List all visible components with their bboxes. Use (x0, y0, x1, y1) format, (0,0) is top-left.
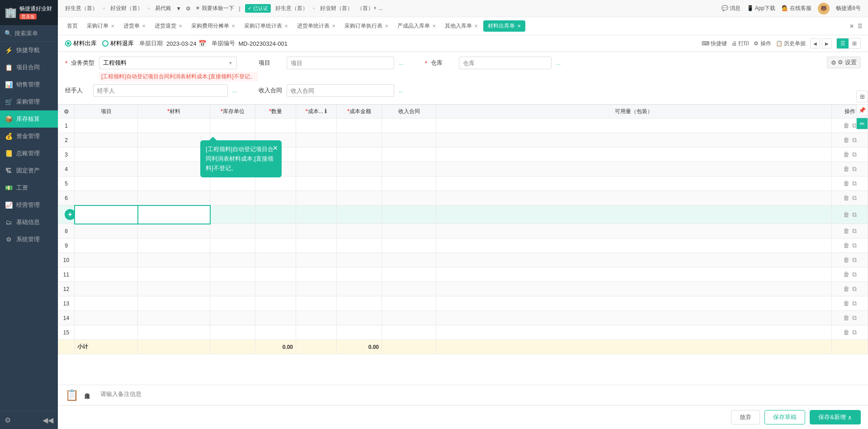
copy-row-btn[interactable]: ⧉ (852, 165, 857, 172)
cell-project[interactable] (75, 238, 138, 253)
delete-row-btn[interactable]: 🗑 (843, 122, 849, 129)
cell-material[interactable] (138, 119, 210, 133)
tab-purchase-bill[interactable]: 进货单 ✕ (120, 20, 149, 32)
cell-available-active[interactable] (436, 205, 832, 224)
cell-project-active[interactable] (75, 205, 138, 224)
copy-row-btn[interactable]: ⧉ (852, 314, 857, 321)
more-tabs-btn[interactable]: ☰ (858, 23, 863, 29)
topnav-dropdown-arrow[interactable]: ▼ (176, 5, 181, 12)
topnav-more[interactable]: （首）+ ... (357, 5, 382, 12)
right-tool-grid[interactable]: ⊞ (856, 91, 868, 102)
handler-input[interactable] (93, 84, 228, 97)
cell-qty[interactable] (255, 238, 296, 253)
tab-close-purchase-return[interactable]: ✕ (179, 24, 182, 29)
cell-available[interactable] (436, 224, 832, 238)
cell-cost[interactable] (296, 267, 337, 282)
copy-row-btn[interactable]: ⧉ (852, 227, 857, 234)
sidebar-item-search[interactable]: 🔍 搜索菜单 (0, 26, 58, 42)
sidebar-item-ledger[interactable]: 📒 总账管理 (0, 145, 58, 162)
shortcut-btn[interactable]: ⌨ 快捷键 (702, 40, 727, 48)
sidebar-item-inventory[interactable]: 📦 库存核算 (0, 110, 58, 128)
cell-qty[interactable] (255, 325, 296, 340)
copy-row-btn[interactable]: ⧉ (852, 285, 857, 292)
view-grid-btn[interactable]: ⊞ (849, 38, 860, 48)
cell-cost[interactable] (296, 296, 337, 311)
delete-row-btn[interactable]: 🗑 (843, 180, 849, 187)
active-project-input[interactable] (78, 211, 135, 218)
cell-material[interactable] (138, 148, 210, 162)
cell-available[interactable] (436, 162, 832, 176)
cell-material[interactable] (138, 191, 210, 205)
cell-qty[interactable] (255, 224, 296, 238)
cell-material[interactable] (138, 162, 210, 176)
topnav-haoshenyi1[interactable]: 好生意（首） (65, 5, 98, 12)
cell-cost[interactable] (296, 191, 337, 205)
delete-row-btn[interactable]: 🗑 (843, 165, 849, 172)
cell-cost[interactable] (296, 119, 337, 133)
cell-cost-active[interactable] (296, 205, 337, 224)
cell-project[interactable] (75, 311, 138, 325)
cell-cost-amount[interactable] (337, 282, 382, 296)
delete-row-btn[interactable]: 🗑 (843, 271, 849, 278)
delete-row-btn[interactable]: 🗑 (843, 136, 849, 143)
income-contract-input[interactable] (287, 84, 394, 97)
cell-unit[interactable] (210, 325, 255, 340)
delete-row-btn[interactable]: 🗑 (843, 285, 849, 292)
cell-qty[interactable] (255, 267, 296, 282)
cell-qty[interactable] (255, 296, 296, 311)
cell-available[interactable] (436, 133, 832, 148)
cell-material[interactable] (138, 311, 210, 325)
active-material-input[interactable] (141, 211, 207, 218)
warehouse-dots[interactable]: ... (556, 60, 561, 66)
cell-available[interactable] (436, 191, 832, 205)
cell-cost-amount[interactable] (337, 238, 382, 253)
copy-row-btn[interactable]: ⧉ (852, 242, 857, 249)
cell-cost-amount[interactable] (337, 267, 382, 282)
cell-cost-amount[interactable] (337, 133, 382, 148)
tab-close-purchase-bill-stats[interactable]: ✕ (332, 24, 335, 29)
cell-qty[interactable] (255, 311, 296, 325)
cell-project[interactable] (75, 296, 138, 311)
tab-product-in[interactable]: 产成品入库单 ✕ (394, 20, 439, 32)
collapse-icon[interactable]: ◀◀ (42, 416, 53, 424)
cell-cost[interactable] (296, 311, 337, 325)
delete-row-btn[interactable]: 🗑 (843, 300, 849, 307)
history-btn[interactable]: 📋 历史单据 (776, 40, 806, 48)
cell-cost[interactable] (296, 282, 337, 296)
operation-btn[interactable]: ⚙ 操作 (754, 40, 771, 48)
cell-unit[interactable] (210, 238, 255, 253)
close-tab-btn[interactable]: ✕ (849, 23, 854, 29)
cell-material[interactable] (138, 224, 210, 238)
cell-material[interactable] (138, 296, 210, 311)
topnav-haoyecai2[interactable]: 好业财（首） (320, 5, 353, 12)
cell-material[interactable] (138, 238, 210, 253)
cell-cost-amount[interactable] (337, 253, 382, 267)
cell-project[interactable] (75, 162, 138, 176)
user-avatar[interactable]: 🐻 (818, 3, 830, 14)
tab-close-purchase-fee[interactable]: ✕ (231, 24, 235, 29)
cell-unit[interactable] (210, 296, 255, 311)
cell-project[interactable] (75, 253, 138, 267)
cell-unit[interactable] (210, 267, 255, 282)
sidebar-item-contract[interactable]: 📋 项目合同 (0, 59, 58, 76)
topnav-settings[interactable]: ⚙ (186, 5, 191, 12)
sidebar-item-basic[interactable]: 🗂 基础信息 (0, 214, 58, 231)
calendar-icon[interactable]: 📅 (198, 40, 206, 47)
cell-cost-amount[interactable] (337, 162, 382, 176)
cell-contract[interactable] (382, 119, 436, 133)
income-contract-dots[interactable]: ... (399, 87, 403, 94)
settings-icon[interactable]: ⚙ (5, 416, 11, 424)
sidebar-item-assets[interactable]: 🏗 固定资产 (0, 162, 58, 179)
delete-row-btn[interactable]: 🗑 (843, 227, 849, 234)
tab-purchase-order[interactable]: 采购订单 ✕ (83, 20, 118, 32)
cell-cost-amount[interactable] (337, 119, 382, 133)
tab-material-out[interactable]: 材料出库单 ✕ (483, 20, 525, 32)
add-row-btn[interactable]: + (65, 209, 75, 220)
view-list-btn[interactable]: ☰ (837, 38, 849, 48)
cell-project[interactable] (75, 282, 138, 296)
cell-contract[interactable] (382, 311, 436, 325)
topnav-yidaizhang[interactable]: 易代账 (155, 5, 171, 12)
right-tool-edit[interactable]: ✏ (856, 118, 868, 129)
cell-available[interactable] (436, 253, 832, 267)
topnav-certified[interactable]: ✓ 已认证 (245, 4, 271, 13)
